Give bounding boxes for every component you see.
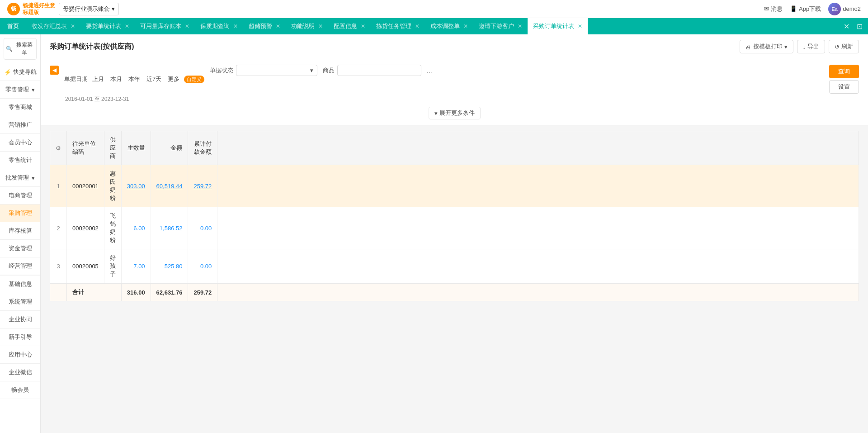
query-button[interactable]: 查询 [829,65,859,78]
sidebar-item-member[interactable]: 会员中心 [0,134,40,152]
cell-qty[interactable]: 6.00 [121,207,151,249]
tab-receive-summary[interactable]: 收发存汇总表 ✕ [26,18,80,34]
sidebar-item-quick-nav[interactable]: ⚡ 快捷导航 [0,63,40,81]
data-table: ⚙ 往来单位编码 供应商 主数量 金额 累计付款金额 1 00020001 惠氏… [50,131,859,301]
tab-function-desc[interactable]: 功能说明 ✕ [286,18,328,34]
date-shortcut-this-month[interactable]: 本月 [108,74,124,84]
sidebar-item-retail-mall[interactable]: 零售商城 [0,99,40,116]
cell-amount[interactable]: 1,586.52 [151,207,188,249]
cell-extra [217,207,859,249]
chevron-down-icon: ▾ [112,5,115,12]
sidebar-item-wholesale[interactable]: 批发管理 ▾ [0,169,40,187]
maximize-button[interactable]: ⊡ [855,20,864,33]
search-menu-button[interactable]: 🔍 搜索菜单 [4,38,37,60]
sidebar-item-purchase[interactable]: 采购管理 [0,205,40,222]
sidebar-item-finance[interactable]: 资金管理 [0,240,40,257]
goods-input[interactable] [337,65,421,76]
status-select[interactable]: ▾ [236,65,317,76]
sidebar-item-enterprise[interactable]: 企业协同 [0,311,40,328]
app-download-button[interactable]: 📱 App下载 [790,5,821,13]
close-tab-pick-task[interactable]: ✕ [415,23,420,29]
sidebar-item-operations[interactable]: 经营管理 [0,257,40,275]
cell-index: 2 [50,207,67,249]
status-filter-item: 单据状态 ▾ [210,65,317,76]
tab-overstock-warning[interactable]: 超储预警 ✕ [243,18,286,34]
tab-cost-adjust[interactable]: 成本调整单 ✕ [425,18,473,34]
table-row[interactable]: 3 00020005 好孩子 7.00 525.80 0.00 [50,249,859,284]
tab-order-summary[interactable]: 要货单统计表 ✕ [80,18,135,34]
cell-amount[interactable]: 525.80 [151,249,188,284]
tab-stock-ledger[interactable]: 可用量库存账本 ✕ [135,18,195,34]
sidebar-item-basic[interactable]: 基础信息 [0,276,40,293]
sidebar-item-newbie[interactable]: 新手引导 [0,328,40,346]
cell-paid[interactable]: 259.72 [188,165,217,207]
cell-amount[interactable]: 60,519.44 [151,165,188,207]
table-area: ⚙ 往来单位编码 供应商 主数量 金额 累计付款金额 1 00020001 惠氏… [41,125,868,433]
close-tab-expiry-query[interactable]: ✕ [233,23,238,29]
date-shortcut-more[interactable]: 更多 [166,74,181,84]
tab-pick-task[interactable]: 拣货任务管理 ✕ [371,18,425,34]
cell-extra [217,249,859,284]
tab-purchase-summary[interactable]: 采购订单统计表 ✕ [528,18,588,34]
page-header-actions: 🖨 按模板打印 ▾ ↓ 导出 ↺ 刷新 [740,40,859,53]
print-button[interactable]: 🖨 按模板打印 ▾ [740,40,793,53]
tab-config-info[interactable]: 配置信息 ✕ [328,18,371,34]
close-tab-invite-downstream[interactable]: ✕ [518,23,522,29]
tab-expiry-query[interactable]: 保质期查询 ✕ [195,18,243,34]
goods-more-button[interactable]: … [424,67,435,75]
workspace-selector[interactable]: 母婴行业演示账套 ▾ [59,3,119,15]
sidebar-item-app-center[interactable]: 应用中心 [0,346,40,364]
cell-paid[interactable]: 0.00 [188,207,217,249]
filter-area: ◀ 单据日期 上月 本月 本年 近7天 更多 [41,59,868,125]
col-code: 往来单位编码 [67,131,104,165]
sidebar-item-retail[interactable]: 零售管理 ▾ [0,81,40,99]
message-button[interactable]: ✉ 消息 [764,5,783,13]
close-tab-config-info[interactable]: ✕ [361,23,365,29]
chevron-down-icon: ▾ [32,175,35,181]
close-tab-order-summary[interactable]: ✕ [125,23,129,29]
close-tab-overstock-warning[interactable]: ✕ [276,23,280,29]
quick-nav-icon: ⚡ [4,69,11,76]
close-tab-receive-summary[interactable]: ✕ [71,23,75,29]
sidebar-item-retail-stats[interactable]: 零售统计 [0,152,40,169]
sidebar-item-system[interactable]: 系统管理 [0,293,40,311]
settings-button[interactable]: 设置 [829,80,859,94]
cell-qty[interactable]: 303.00 [121,165,151,207]
cell-supplier: 惠氏奶粉 [104,165,121,207]
date-custom-badge[interactable]: 自定义 [184,76,204,83]
sidebar-item-wechat[interactable]: 企业微信 [0,364,40,381]
expand-filter-button[interactable]: ▾ 展开更多条件 [429,107,481,119]
refresh-button[interactable]: ↺ 刷新 [829,40,859,53]
nav-tabs-end: ✕ ⊡ [842,20,868,33]
chevron-down-icon: ▾ [32,86,35,93]
logo-icon: 畅 [7,3,20,15]
close-tab-cost-adjust[interactable]: ✕ [463,23,468,29]
tab-home[interactable]: 首页 [0,18,26,34]
date-shortcut-7days[interactable]: 近7天 [145,74,163,84]
cell-qty[interactable]: 7.00 [121,249,151,284]
gear-icon[interactable]: ⚙ [56,145,61,152]
export-button[interactable]: ↓ 导出 [797,40,826,53]
close-tab-function-desc[interactable]: ✕ [318,23,323,29]
date-shortcut-this-year[interactable]: 本年 [127,74,142,84]
close-tab-purchase-summary[interactable]: ✕ [578,23,582,29]
logo-area: 畅 畅捷通好生意 标题版 [7,2,55,15]
col-extra [217,131,859,165]
user-menu[interactable]: Ea demo2 [828,3,861,15]
sidebar-item-inventory[interactable]: 库存核算 [0,222,40,240]
download-icon: 📱 [790,5,797,12]
sidebar-item-membership[interactable]: 畅会员 [0,381,40,399]
close-all-tabs-button[interactable]: ✕ [842,20,851,33]
col-amount: 金额 [151,131,188,165]
close-tab-stock-ledger[interactable]: ✕ [185,23,189,29]
collapse-filter-button[interactable]: ◀ [50,66,59,75]
logo-text: 畅捷通好生意 标题版 [23,2,55,15]
table-row[interactable]: 1 00020001 惠氏奶粉 303.00 60,519.44 259.72 [50,165,859,207]
sidebar-item-marketing[interactable]: 营销推广 [0,116,40,134]
date-shortcut-last-month[interactable]: 上月 [90,74,106,84]
tab-invite-downstream[interactable]: 邀请下游客户 ✕ [473,18,528,34]
sidebar-item-ecommerce[interactable]: 电商管理 [0,187,40,205]
cell-index: 1 [50,165,67,207]
cell-paid[interactable]: 0.00 [188,249,217,284]
table-row[interactable]: 2 00020002 飞鹤奶粉 6.00 1,586.52 0.00 [50,207,859,249]
